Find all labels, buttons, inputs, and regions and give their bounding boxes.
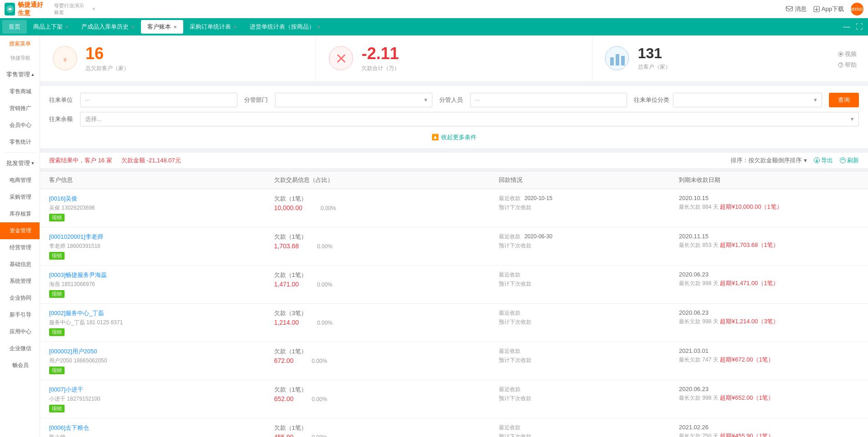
customer-sub-5: 小进干 18279152100	[49, 395, 274, 403]
sidebar-item-enterprise[interactable]: 企业协同	[0, 290, 40, 306]
sidebar-item-member-vip[interactable]: 畅会员	[0, 357, 40, 374]
results-summary: 搜索结果中，客户 16 家 欠款金额 -21,148.07元	[49, 156, 181, 165]
debt-amount-6[interactable]: 455.90	[274, 433, 294, 437]
tab-close-product-offline[interactable]: ✕	[65, 25, 69, 30]
tab-close-customer-account[interactable]: ✕	[173, 25, 177, 30]
overdue-link-2[interactable]: 超期¥1,471.00（1笔）	[720, 280, 779, 286]
sidebar-item-app-center[interactable]: 应用中心	[0, 323, 40, 340]
overdue-link-0[interactable]: 超期¥10,000.00（1笔）	[720, 203, 782, 210]
sort-label: 排序：按欠款金额倒序排序	[731, 156, 802, 165]
debt-count-5: 欠款（1笔）	[274, 386, 499, 394]
sidebar-item-marketing[interactable]: 营销推广	[0, 100, 40, 117]
sidebar-item-inventory[interactable]: 库存核算	[0, 206, 40, 222]
tab-product-offline[interactable]: 商品上下架 ✕	[27, 20, 75, 34]
refresh-btn[interactable]: 刷新	[840, 156, 859, 165]
th-return: 回款情况	[499, 176, 679, 184]
tab-close-production-history[interactable]: ✕	[131, 25, 135, 30]
customer-sub-2: 海燕 18513066976	[49, 281, 274, 288]
td-customer-1: [0001020001]李老师 李老师 18600391516 现销	[49, 233, 274, 260]
department-dropdown[interactable]: ▾	[275, 93, 432, 107]
tab-customer-account[interactable]: 客户账本 ✕	[141, 20, 183, 34]
company-name: 母婴行业演示账套	[54, 2, 88, 16]
td-debt-0: 欠款（1笔） 10,000.00 0.00%	[274, 195, 499, 211]
table-row: [0003]畅捷服务尹海蕊 海燕 18513066976 现销 欠款（1笔） 1…	[40, 266, 868, 304]
overdue-link-6[interactable]: 超期¥455.90（1笔）	[720, 432, 774, 437]
debt-amount-label: 欠款合计（万）	[361, 65, 400, 72]
overdue-link-4[interactable]: 超期¥672.00（1笔）	[720, 356, 774, 363]
due-overdue-5: 最长欠款 998 天 超期¥652.00（1笔）	[679, 394, 859, 402]
customer-name-link-5[interactable]: [0007]小进干	[49, 386, 274, 394]
debt-amount-5[interactable]: 652.00	[274, 395, 294, 402]
customer-name-link-1[interactable]: [0001020001]李老师	[49, 233, 274, 241]
customer-name-link-3[interactable]: [0002]服务中心_丁磊	[49, 309, 274, 317]
td-customer-3: [0002]服务中心_丁磊 服务中心_丁磊 181 0125 8371 现销	[49, 309, 274, 336]
return-next-label-4: 预计下次收款	[499, 357, 679, 364]
td-due-0: 2020.10.15 最长欠款 884 天 超期¥10,000.00（1笔）	[679, 195, 859, 211]
help-btn[interactable]: ? 帮助	[838, 61, 857, 69]
tab-production-history[interactable]: 产成品入库单历史 ✕	[75, 20, 141, 34]
sidebar-item-batch-mgmt[interactable]: 批发管理 ▼	[0, 155, 40, 172]
unit-category-dropdown[interactable]: ▾	[673, 93, 822, 107]
sidebar-item-finance[interactable]: 资金管理	[0, 222, 40, 239]
stat-card-total-customers: 131 总客户（家） 视频 ? 帮助	[592, 35, 868, 81]
tab-close-inbound-stats[interactable]: ✕	[317, 25, 321, 30]
debt-amount-1[interactable]: 1,703.68	[274, 242, 299, 250]
td-debt-4: 欠款（1笔） 672.00 0.00%	[274, 347, 499, 364]
svg-rect-1	[786, 6, 793, 11]
debt-amount-4[interactable]: 672.00	[274, 357, 294, 364]
search-button[interactable]: 查询	[829, 93, 859, 107]
debt-percent-1: 0.00%	[317, 243, 332, 250]
view-video-btn[interactable]: 视频	[838, 50, 857, 58]
return-next-label-1: 预计下次收款	[499, 242, 679, 250]
sort-selector[interactable]: 排序：按欠款金额倒序排序 ▾	[731, 156, 807, 165]
overdue-link-5[interactable]: 超期¥652.00（1笔）	[720, 394, 774, 401]
customer-name-link-6[interactable]: [0006]去下粮仓	[49, 424, 274, 432]
debt-percent-5: 0.00%	[312, 396, 327, 402]
tab-minimize-icon[interactable]: —	[840, 23, 853, 31]
person-input[interactable]: ···	[470, 93, 627, 107]
sidebar-item-system[interactable]: 系统管理	[0, 273, 40, 290]
debt-amount-0[interactable]: 10,000.00	[274, 204, 302, 211]
sidebar-item-retail-stats[interactable]: 零售统计	[0, 134, 40, 151]
balance-dropdown[interactable]: 选择... ▾	[80, 112, 859, 126]
tab-close-purchase-stats[interactable]: ✕	[233, 25, 237, 30]
message-btn[interactable]: 消息	[786, 5, 807, 13]
debt-amount-3[interactable]: 1,214.00	[274, 319, 299, 326]
export-btn[interactable]: 导出	[814, 156, 833, 165]
source-unit-input[interactable]: ···	[80, 93, 237, 107]
chevron-down-icon: ▲	[31, 72, 35, 77]
user-avatar[interactable]: demo2	[851, 3, 863, 15]
td-return-4: 最近收款 预计下次收款	[499, 347, 679, 364]
sort-arrow-icon: ▾	[804, 157, 807, 164]
customer-name-link-2[interactable]: [0003]畅捷服务尹海蕊	[49, 271, 274, 279]
customer-tag-1: 现销	[49, 252, 65, 260]
svg-rect-8	[610, 57, 614, 65]
sidebar-item-operations[interactable]: 经营管理	[0, 239, 40, 256]
tab-inbound-stats[interactable]: 进货单统计表（按商品） ✕	[243, 20, 327, 34]
customer-name-link-0[interactable]: [0016]吴俊	[49, 195, 274, 203]
customer-name-link-4[interactable]: [000002]用户2050	[49, 347, 274, 356]
td-return-3: 最近收款 预计下次收款	[499, 309, 679, 326]
tab-home[interactable]: 首页	[2, 20, 27, 34]
debt-percent-6: 0.00%	[312, 434, 327, 437]
total-customers-icon	[604, 45, 631, 72]
sidebar-item-member-center[interactable]: 会员中心	[0, 117, 40, 134]
sidebar-item-purchase[interactable]: 采购管理	[0, 189, 40, 206]
return-next-label-2: 预计下次收款	[499, 280, 679, 288]
tab-maximize-icon[interactable]: ⛶	[853, 23, 866, 31]
overdue-link-3[interactable]: 超期¥1,214.00（3笔）	[720, 318, 779, 325]
sidebar-item-retail-store[interactable]: 零售商城	[0, 83, 40, 100]
app-download-btn[interactable]: App下载	[813, 5, 844, 13]
debt-amount-2[interactable]: 1,471.00	[274, 281, 299, 288]
sidebar-item-enterprise-wechat[interactable]: 企业微信	[0, 340, 40, 357]
overdue-link-1[interactable]: 超期¥1,703.68（1笔）	[720, 241, 779, 248]
sidebar-item-retail-mgmt[interactable]: 零售管理 ▲	[0, 66, 40, 83]
due-overdue-4: 最长欠款 747 天 超期¥672.00（1笔）	[679, 356, 859, 364]
sidebar-item-ecommerce[interactable]: 电商管理	[0, 172, 40, 189]
sidebar-item-newbie[interactable]: 新手引导	[0, 306, 40, 323]
collapse-filter-btn[interactable]: 🔼 收起更多条件	[49, 131, 859, 144]
sidebar-item-basic-info[interactable]: 基础信息	[0, 256, 40, 273]
sidebar-search[interactable]: 搜索菜单	[0, 35, 40, 50]
unit-category-arrow: ▾	[814, 96, 817, 103]
tab-purchase-stats[interactable]: 采购订单统计表 ✕	[183, 20, 243, 34]
